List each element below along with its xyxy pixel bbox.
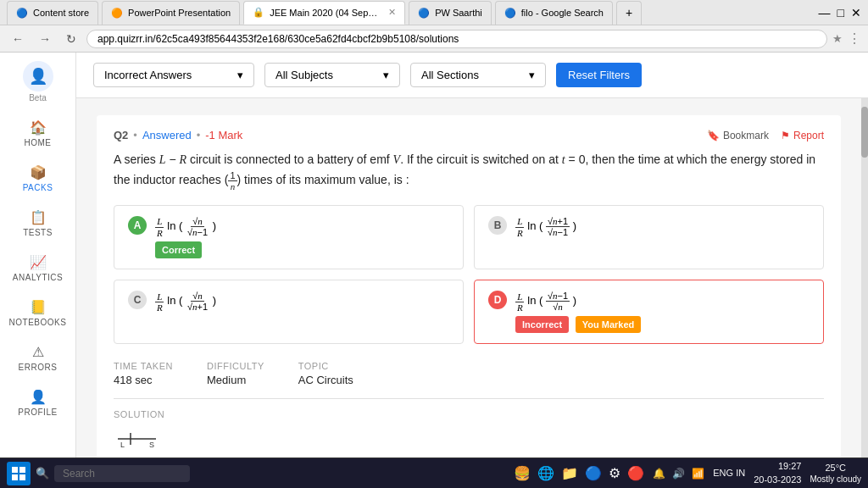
tab-filo[interactable]: 🔵 filo - Google Search: [495, 1, 613, 25]
filter-bar: Incorrect Answers ▾ All Subjects ▾ All S…: [76, 53, 868, 98]
beta-icon: 👤: [23, 61, 53, 92]
windows-icon: [12, 467, 25, 480]
taskbar-app-2[interactable]: 🌐: [537, 465, 554, 481]
start-button[interactable]: [7, 462, 31, 485]
packs-icon: 📦: [30, 164, 47, 180]
taskbar-app-3[interactable]: 📁: [561, 465, 578, 481]
main-content: 👤 Beta 🏠 HOME 📦 PACKS 📋 TESTS 📈 ANALYTIC…: [0, 53, 868, 458]
taskbar-app-1[interactable]: 🍔: [514, 465, 531, 481]
weather: 25°C Mostly cloudy: [810, 462, 861, 485]
bookmark-icon: 🔖: [707, 130, 720, 141]
taskbar-search-input[interactable]: [54, 465, 190, 482]
sidebar-label-profile: PROFILE: [18, 408, 57, 417]
question-text: A series L − R circuit is connected to a…: [114, 150, 824, 191]
taskbar-app-5[interactable]: ⚙: [609, 465, 620, 481]
filter-all-subjects[interactable]: All Subjects ▾: [264, 63, 400, 87]
filter-incorrect-answers[interactable]: Incorrect Answers ▾: [93, 63, 254, 87]
close-button[interactable]: ✕: [851, 6, 861, 19]
sidebar-label-tests: TESTS: [23, 228, 53, 237]
question-number: Q2: [114, 129, 128, 141]
taskbar-app-4[interactable]: 🔵: [585, 465, 602, 481]
tab-icon: 🔵: [504, 8, 516, 19]
errors-icon: ⚠: [32, 344, 44, 360]
tab-jee[interactable]: 🔒 JEE Main 2020 (04 Sep Shift 2) - ✕: [243, 1, 405, 25]
option-c-content: LR ln ( √n√n+1 ): [155, 291, 216, 313]
address-bar: ← → ↻ app.quizrr.in/62c5ca493f85644353f2…: [0, 25, 868, 53]
svg-rect-5: [12, 467, 18, 473]
question-card: Q2 • Answered • -1 Mark 🔖 Bookmark ⚑: [97, 115, 841, 458]
taskbar-app-icons: 🍔 🌐 📁 🔵 ⚙ 🔴: [514, 465, 644, 481]
svg-rect-8: [19, 474, 25, 480]
chevron-down-icon: ▾: [237, 69, 243, 81]
time-taken-item: TIME TAKEN 418 sec: [114, 361, 173, 386]
option-b-content: LR ln ( √n+1√n−1 ): [515, 216, 576, 238]
sidebar-item-tests[interactable]: 📋 TESTS: [0, 201, 75, 246]
correct-badge: Correct: [155, 241, 202, 259]
options-grid: A LR ln ( √n√n−1 ) Correct: [114, 205, 824, 344]
system-tray: 🔔 🔊 📶: [653, 468, 704, 480]
analytics-icon: 📈: [30, 254, 47, 270]
maximize-button[interactable]: □: [837, 6, 844, 19]
clock: 19:27 20-03-2023: [754, 460, 801, 486]
tab-bar: 🔵 Content store 🟠 PowerPoint Presentatio…: [0, 0, 868, 25]
tab-icon: 🔵: [16, 8, 28, 19]
sidebar-item-notebooks[interactable]: 📒 NOTEBOOKS: [0, 291, 75, 336]
report-button[interactable]: ⚑ Report: [781, 130, 824, 141]
option-b[interactable]: B LR ln ( √n+1√n−1 ): [474, 205, 824, 269]
option-a-content: LR ln ( √n√n−1 ) Correct: [155, 216, 216, 258]
tab-icon: 🟠: [111, 8, 123, 19]
option-b-label: B: [488, 216, 507, 235]
topic-item: TOPIC AC Circuits: [298, 361, 353, 386]
sidebar-item-profile[interactable]: 👤 PROFILE: [0, 380, 75, 425]
scrollbar-thumb[interactable]: [861, 107, 868, 158]
beta-label: Beta: [29, 93, 47, 103]
sidebar-item-analytics[interactable]: 📈 ANALYTICS: [0, 246, 75, 291]
tab-content-store[interactable]: 🔵 Content store: [7, 1, 98, 25]
question-mark: -1 Mark: [205, 129, 242, 141]
sidebar-label-analytics: ANALYTICS: [13, 273, 63, 282]
volume-icon[interactable]: 🔊: [672, 468, 685, 480]
tests-icon: 📋: [30, 209, 47, 225]
tab-pw-saarthi[interactable]: 🔵 PW Saarthi: [409, 1, 492, 25]
home-icon: 🏠: [30, 119, 47, 136]
forward-button[interactable]: →: [34, 30, 56, 47]
sidebar-item-home[interactable]: 🏠 HOME: [0, 111, 75, 156]
sidebar: 👤 Beta 🏠 HOME 📦 PACKS 📋 TESTS 📈 ANALYTIC…: [0, 53, 76, 458]
option-c-label: C: [128, 291, 147, 309]
bookmark-button[interactable]: 🔖 Bookmark: [707, 130, 769, 141]
report-icon: ⚑: [781, 130, 790, 141]
svg-rect-6: [19, 467, 25, 473]
option-d-label: D: [488, 291, 507, 309]
sidebar-label-home: HOME: [25, 138, 52, 147]
filter-all-sections[interactable]: All Sections ▾: [410, 63, 546, 87]
question-meta: Q2 • Answered • -1 Mark 🔖 Bookmark ⚑: [114, 129, 824, 141]
option-c[interactable]: C LR ln ( √n√n+1 ): [114, 280, 464, 344]
tab-powerpoint[interactable]: 🟠 PowerPoint Presentation: [102, 1, 240, 25]
sidebar-beta: 👤 Beta: [23, 61, 53, 103]
sidebar-label-packs: PACKS: [23, 183, 53, 192]
tab-icon: 🔒: [253, 7, 264, 18]
notifications-icon[interactable]: 🔔: [653, 468, 665, 480]
scrollbar[interactable]: [861, 98, 868, 458]
back-button[interactable]: ←: [7, 30, 29, 47]
option-d[interactable]: D LR ln ( √n−1√n ) Incorrect You Marked: [474, 280, 824, 344]
new-tab-button[interactable]: +: [616, 1, 642, 25]
close-icon[interactable]: ✕: [388, 7, 396, 18]
address-input[interactable]: app.quizrr.in/62c5ca493f85644353f2e168/6…: [86, 30, 827, 48]
search-icon: 🔍: [36, 467, 49, 480]
option-a[interactable]: A LR ln ( √n√n−1 ) Correct: [114, 205, 464, 269]
wifi-icon[interactable]: 📶: [692, 468, 704, 480]
refresh-button[interactable]: ↻: [61, 30, 81, 47]
bookmark-icon[interactable]: ★: [832, 32, 843, 45]
sidebar-item-errors[interactable]: ⚠ ERRORS: [0, 336, 75, 380]
solution-section: SOLUTION L S Potential energy stor: [114, 398, 824, 458]
meta-row: TIME TAKEN 418 sec DIFFICULTY Medium TOP…: [114, 358, 824, 386]
taskbar-app-6[interactable]: 🔴: [627, 465, 644, 481]
minimize-button[interactable]: —: [819, 6, 831, 19]
svg-rect-7: [12, 474, 18, 480]
settings-icon[interactable]: ⋮: [848, 30, 861, 47]
notebooks-icon: 📒: [30, 299, 47, 315]
reset-filters-button[interactable]: Reset Filters: [556, 63, 642, 87]
sidebar-item-packs[interactable]: 📦 PACKS: [0, 156, 75, 201]
circuit-svg: L S: [114, 426, 164, 452]
